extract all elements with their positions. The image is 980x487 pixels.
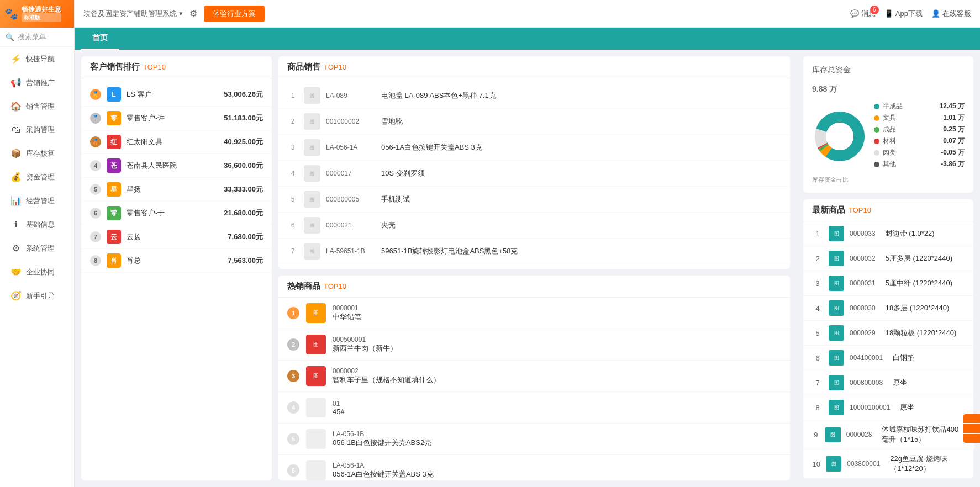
- product-rank-num: 6: [287, 221, 298, 229]
- basic-info-icon: ℹ: [10, 219, 22, 230]
- new-product-img: 图: [829, 350, 844, 366]
- legend-item: 材料 0.07 万: [874, 136, 965, 146]
- hot-products-card: 热销商品 TOP10 1 图 0000001 中华铅笔 2 图 00050000…: [278, 276, 790, 480]
- sidebar-item-guide[interactable]: 🧭 新手引导: [0, 284, 74, 308]
- customer-name: 星扬: [127, 184, 218, 194]
- topbar: 装备及固定资产辅助管理系统 ▾ ⚙ 体验行业方案 💬 消息 6 📱 App下载 …: [75, 0, 980, 28]
- new-product-img: 图: [829, 300, 844, 316]
- sidebar-item-label: 新手引导: [26, 291, 55, 301]
- hot-product-item: 3 图 0000002 智利车子里（规格不知道填什么）: [278, 361, 790, 392]
- product-sales-item: 4 图 0000017 10S 变刹罗须: [278, 161, 790, 187]
- sidebar-search[interactable]: 🔍 搜索菜单: [0, 28, 74, 47]
- new-products-card: 最新商品 TOP10 1 图 0000033 封边带 (1.0*22) 2 图 …: [803, 199, 973, 479]
- product-img-placeholder: 图: [304, 243, 320, 260]
- settings-icon[interactable]: ⚙: [189, 8, 197, 19]
- legend-dot: [874, 150, 879, 156]
- sidebar-item-basic-info[interactable]: ℹ 基础信息: [0, 213, 74, 236]
- legend-dot: [874, 139, 879, 144]
- sidebar-item-label: 采购管理: [26, 125, 55, 135]
- marketing-icon: 📢: [10, 77, 22, 88]
- customer-ranking-list: 🥇 L LS 客户 53,006.26元 🥈 零 零售客户-许 51,183.0…: [81, 78, 272, 277]
- system-title-dropdown[interactable]: 装备及固定资产辅助管理系统 ▾: [83, 9, 183, 19]
- product-code: 0000017: [326, 170, 376, 177]
- inventory-chart-label: 库存资金占比: [812, 176, 965, 184]
- new-product-name: 5厘多层 (1220*2440): [886, 253, 952, 263]
- sidebar-item-operations[interactable]: 📊 经营管理: [0, 189, 74, 213]
- sidebar-item-sales[interactable]: 🏠 销售管理: [0, 94, 74, 118]
- legend-item: 文具 1.01 万: [874, 113, 965, 123]
- hot-product-info: 0000002 智利车子里（规格不知道填什么）: [333, 367, 440, 385]
- product-sales-title: 商品销售: [287, 62, 320, 72]
- sidebar-item-label: 营销推广: [26, 78, 55, 88]
- hot-product-img-placeholder: [306, 460, 326, 480]
- customer-amount: 53,006.26元: [224, 89, 263, 99]
- product-code: 000800005: [326, 195, 376, 203]
- online-service-button[interactable]: 👤 在线客服: [931, 9, 971, 19]
- sidebar-item-label: 销售管理: [26, 102, 55, 112]
- float-btn-live[interactable]: 直播: [963, 434, 980, 443]
- hot-products-badge: TOP10: [324, 282, 346, 290]
- product-code: 0000021: [326, 221, 376, 229]
- customer-name: 肖总: [127, 256, 222, 266]
- inventory-amount-value: 9.88: [812, 84, 827, 93]
- legend-label: 成品: [883, 125, 940, 134]
- new-product-code: 004100001: [850, 354, 883, 362]
- legend-item: 半成品 12.45 万: [874, 102, 965, 111]
- sidebar-item-purchase[interactable]: 🛍 采购管理: [0, 118, 74, 141]
- product-sales-badge: TOP10: [324, 63, 346, 71]
- notification-button[interactable]: 💬 消息 6: [850, 9, 876, 19]
- legend-label: 肉类: [883, 148, 937, 157]
- hot-product-name: 新西兰牛肉（新牛）: [333, 343, 397, 353]
- online-service-label: 在线客服: [942, 9, 971, 19]
- new-product-name: 体城嘉枝味苏打饮品400毫升（1*15）: [882, 425, 965, 444]
- hot-product-info: LA-056-1B 056-1B白色按键开关壳ABS2壳: [333, 430, 431, 448]
- topbar-right-actions: 💬 消息 6 📱 App下载 👤 在线客服: [850, 9, 971, 19]
- float-btn-hotline[interactable]: 客服热线: [963, 414, 980, 423]
- float-btn-community[interactable]: 服务社区: [963, 424, 980, 433]
- sidebar-item-system[interactable]: ⚙ 系统管理: [0, 236, 74, 260]
- customer-amount: 40,925.00元: [224, 137, 263, 147]
- search-label: 搜索菜单: [18, 32, 46, 42]
- hot-product-item: 6 LA-056-1A 056-1A白色按键开关盖ABS 3克: [278, 455, 790, 480]
- sidebar-item-label: 系统管理: [26, 244, 55, 253]
- new-products-badge: TOP10: [849, 206, 871, 214]
- rank-number: 4: [90, 160, 101, 171]
- hot-product-name: 智利车子里（规格不知道填什么）: [333, 375, 440, 385]
- hot-product-info: 0000001 中华铅笔: [333, 304, 361, 322]
- new-products-list: 1 图 0000033 封边带 (1.0*22) 2 图 0000032 5厘多…: [803, 221, 973, 479]
- system-icon: ⚙: [10, 243, 22, 253]
- customer-name: 红太阳文具: [127, 137, 218, 147]
- customer-ranking-card: 客户销售排行 TOP10 🥇 L LS 客户 53,006.26元 🥈 零 零售…: [81, 56, 272, 480]
- hot-product-code: 01: [333, 400, 345, 407]
- sidebar-item-shortcuts[interactable]: ⚡ 快捷导航: [0, 47, 74, 71]
- product-code: LA-089: [326, 92, 376, 99]
- new-product-rank: 4: [812, 304, 823, 313]
- new-product-item: 8 图 10000100001 原坐: [803, 395, 973, 420]
- hot-product-item: 5 LA-056-1B 056-1B白色按键开关壳ABS2壳: [278, 424, 790, 455]
- tab-home[interactable]: 首页: [81, 28, 119, 50]
- customer-ranking-item: 7 云 云扬 7,680.00元: [81, 225, 272, 249]
- sidebar-item-label: 企业协同: [26, 267, 55, 277]
- sidebar-item-collab[interactable]: 🤝 企业协同: [0, 260, 74, 284]
- product-name: 59651-1B旋转投影灯电池盒ABS黑色+58克: [381, 246, 518, 256]
- app-download-button[interactable]: 📱 App下载: [884, 9, 923, 19]
- legend-label: 材料: [883, 136, 940, 146]
- customer-ranking-item: 5 星 星扬 33,333.00元: [81, 178, 272, 202]
- customer-avatar: 肖: [107, 253, 121, 268]
- app-badge: 标准版: [22, 13, 61, 22]
- trial-plan-button[interactable]: 体验行业方案: [204, 6, 265, 22]
- hot-product-img: 图: [306, 335, 326, 354]
- customer-avatar: L: [107, 87, 121, 102]
- hot-product-info: LA-056-1A 056-1A白色按键开关盖ABS 3克: [333, 462, 434, 479]
- customer-name: LS 客户: [127, 89, 218, 99]
- hot-product-img-placeholder: [306, 429, 326, 449]
- customer-name: 零售客户-许: [127, 113, 218, 123]
- product-name: 雪地靴: [381, 117, 403, 126]
- sidebar-item-marketing[interactable]: 📢 营销推广: [0, 71, 74, 94]
- sidebar-item-finance[interactable]: 💰 资金管理: [0, 165, 74, 189]
- sidebar-item-inventory[interactable]: 📦 库存核算: [0, 141, 74, 165]
- hot-product-img-placeholder: [306, 398, 326, 417]
- customer-ranking-header: 客户销售排行 TOP10: [81, 56, 272, 78]
- hot-products-list: 1 图 0000001 中华铅笔 2 图 000500001 新西兰牛肉（新牛）…: [278, 298, 790, 480]
- hot-product-name: 056-1B白色按键开关壳ABS2壳: [333, 438, 431, 448]
